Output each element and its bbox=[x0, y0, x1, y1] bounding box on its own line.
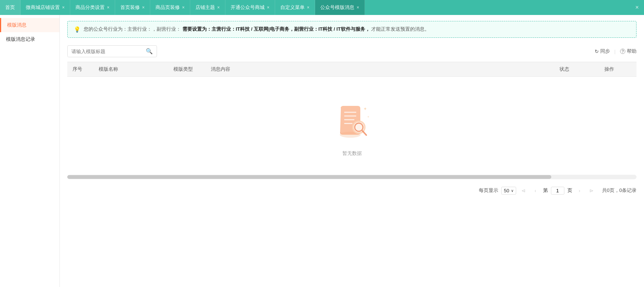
nav-tab-template-msg-label: 公众号模版消息 bbox=[320, 4, 354, 11]
svg-line-8 bbox=[363, 131, 366, 135]
col-header-content: 消息内容 bbox=[206, 62, 554, 77]
page-prefix: 第 bbox=[543, 187, 548, 194]
main-layout: 模版消息 模版消息记录 💡 您的公众号行业为：主营行业：，副营行业： 需要设置为… bbox=[0, 15, 644, 287]
nav-tab-home-decor-close[interactable]: × bbox=[142, 5, 145, 10]
nav-tab-shop-settings-label: 微商城店铺设置 bbox=[26, 4, 60, 11]
sidebar-item-template-msg[interactable]: 模版消息 bbox=[0, 18, 59, 32]
nav-tab-category-settings-close[interactable]: × bbox=[107, 5, 110, 10]
notice-suffix: 才能正常发送预置的消息。 bbox=[371, 26, 429, 32]
pagination-total: 共0页，0条记录 bbox=[602, 187, 637, 194]
sidebar-item-template-msg-label: 模版消息 bbox=[7, 22, 27, 28]
sync-button[interactable]: ↻ 同步 bbox=[595, 48, 610, 55]
sync-label: 同步 bbox=[600, 48, 610, 55]
page-size-value: 50 bbox=[504, 188, 509, 193]
current-page-input[interactable] bbox=[551, 187, 564, 195]
nav-tab-category-settings-label: 商品分类设置 bbox=[76, 4, 105, 11]
notice-icon: 💡 bbox=[74, 26, 81, 33]
notice-highlight: 需要设置为：主营行业：IT科技 / 互联网|电子商务，副营行业：IT科技 / I… bbox=[182, 26, 370, 32]
toolbar-right: ↻ 同步 | ? 帮助 bbox=[595, 48, 637, 55]
notice-banner: 💡 您的公众号行业为：主营行业：，副营行业： 需要设置为：主营行业：IT科技 /… bbox=[67, 21, 637, 38]
horizontal-scrollbar[interactable] bbox=[67, 175, 637, 179]
notice-text: 您的公众号行业为：主营行业：，副营行业： 需要设置为：主营行业：IT科技 / 互… bbox=[84, 26, 429, 33]
nav-tab-home-decor-label: 首页装修 bbox=[120, 4, 140, 11]
col-header-seq: 序号 bbox=[67, 62, 93, 77]
nav-tab-template-msg[interactable]: 公众号模版消息 × bbox=[315, 0, 365, 15]
help-label: 帮助 bbox=[627, 48, 637, 55]
nav-tab-open-mall-close[interactable]: × bbox=[267, 5, 269, 10]
empty-text: 暂无数据 bbox=[342, 150, 362, 157]
nav-tab-shop-settings[interactable]: 微商城店铺设置 × bbox=[21, 0, 70, 15]
next-page-button[interactable]: › bbox=[575, 186, 584, 195]
col-header-type: 模版类型 bbox=[168, 62, 206, 77]
empty-state-row: ✦ ✦ 暂无数据 bbox=[67, 77, 637, 172]
nav-tab-home-label: 首页 bbox=[5, 4, 15, 11]
empty-state: ✦ ✦ 暂无数据 bbox=[67, 77, 637, 172]
page-size-label: 每页显示 bbox=[479, 187, 498, 194]
nav-tab-category-settings[interactable]: 商品分类设置 × bbox=[70, 0, 115, 15]
page-size-select[interactable]: 50 ∨ bbox=[501, 187, 516, 195]
notice-prefix: 您的公众号行业为：主营行业：，副营行业： bbox=[84, 26, 181, 32]
col-header-name: 模版名称 bbox=[93, 62, 168, 77]
nav-tab-product-decor[interactable]: 商品页装修 × bbox=[150, 0, 190, 15]
empty-state-icon: ✦ ✦ bbox=[330, 99, 375, 144]
nav-tab-store-theme-label: 店铺主题 bbox=[195, 4, 215, 11]
nav-tab-custom-menu-close[interactable]: × bbox=[307, 5, 309, 10]
nav-tab-product-decor-close[interactable]: × bbox=[182, 5, 185, 10]
nav-tab-store-theme[interactable]: 店铺主题 × bbox=[190, 0, 225, 15]
nav-tab-custom-menu[interactable]: 自定义菜单 × bbox=[275, 0, 315, 15]
prev-page-button[interactable]: ‹ bbox=[531, 186, 540, 195]
svg-text:✦: ✦ bbox=[367, 115, 370, 119]
content-area: 💡 您的公众号行业为：主营行业：，副营行业： 需要设置为：主营行业：IT科技 /… bbox=[60, 15, 644, 287]
nav-tab-home-decor[interactable]: 首页装修 × bbox=[115, 0, 150, 15]
page-unit: 页 bbox=[567, 187, 572, 194]
search-bar: 🔍 ↻ 同步 | ? 帮助 bbox=[67, 45, 637, 57]
sidebar: 模版消息 模版消息记录 bbox=[0, 15, 60, 287]
sidebar-item-template-msg-record-label: 模版消息记录 bbox=[6, 36, 35, 42]
help-button[interactable]: ? 帮助 bbox=[620, 48, 637, 55]
nav-tab-open-mall-label: 开通公众号商城 bbox=[231, 4, 265, 11]
first-page-button[interactable]: ⊲ bbox=[519, 186, 528, 195]
toolbar-divider: | bbox=[614, 49, 616, 54]
sync-icon: ↻ bbox=[595, 49, 599, 54]
search-input[interactable] bbox=[68, 46, 142, 57]
nav-tab-template-msg-close[interactable]: × bbox=[357, 5, 359, 10]
search-input-wrap: 🔍 bbox=[67, 45, 157, 57]
scrollbar-thumb[interactable] bbox=[67, 175, 551, 179]
sidebar-item-template-msg-record[interactable]: 模版消息记录 bbox=[0, 32, 59, 46]
search-button[interactable]: 🔍 bbox=[142, 46, 157, 57]
nav-tab-custom-menu-label: 自定义菜单 bbox=[280, 4, 305, 11]
help-icon: ? bbox=[620, 49, 625, 54]
pagination: 每页显示 50 ∨ ⊲ ‹ 第 页 › ⊳ 共0页，0条记录 bbox=[67, 182, 637, 195]
svg-text:✦: ✦ bbox=[363, 106, 367, 112]
table-header-row: 序号 模版名称 模版类型 消息内容 状态 操作 bbox=[67, 62, 637, 77]
chevron-down-icon: ∨ bbox=[511, 189, 514, 193]
data-table: 序号 模版名称 模版类型 消息内容 状态 操作 bbox=[67, 62, 637, 172]
top-nav: 首页 微商城店铺设置 × 商品分类设置 × 首页装修 × 商品页装修 × 店铺主… bbox=[0, 0, 644, 15]
nav-tab-open-mall[interactable]: 开通公众号商城 × bbox=[225, 0, 275, 15]
nav-tab-home[interactable]: 首页 bbox=[0, 0, 21, 15]
close-all-button[interactable]: × bbox=[630, 4, 644, 11]
nav-tab-shop-settings-close[interactable]: × bbox=[62, 5, 65, 10]
nav-tab-store-theme-close[interactable]: × bbox=[217, 5, 220, 10]
col-header-action: 操作 bbox=[599, 62, 637, 77]
nav-tab-product-decor-label: 商品页装修 bbox=[155, 4, 180, 11]
last-page-button[interactable]: ⊳ bbox=[587, 186, 596, 195]
col-header-status: 状态 bbox=[554, 62, 599, 77]
